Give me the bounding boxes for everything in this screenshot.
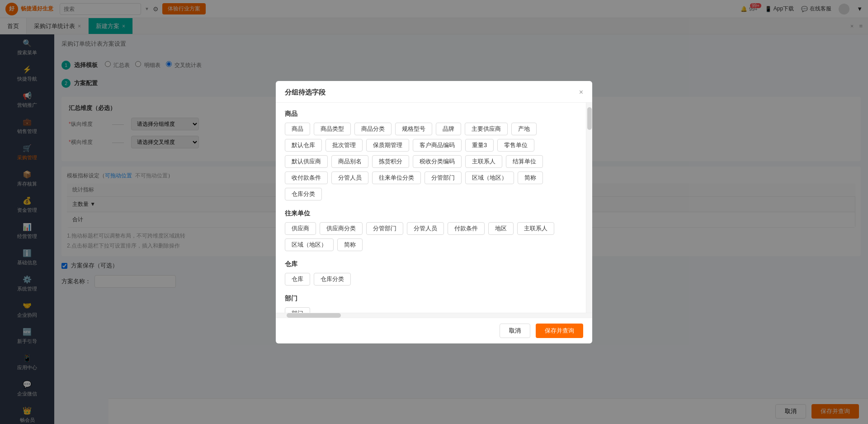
field-tag-1-0[interactable]: 供应商 (285, 222, 316, 235)
field-tag-0-4[interactable]: 品牌 (436, 123, 461, 135)
field-tag-3-0[interactable]: 部门 (285, 307, 310, 313)
modal-close-icon[interactable]: × (579, 88, 583, 96)
field-group-0: 商品商品商品类型商品分类规格型号品牌主要供应商产地默认仓库批次管理保质期管理客户… (285, 110, 577, 200)
modal-cancel-button[interactable]: 取消 (500, 324, 530, 338)
field-tag-2-0[interactable]: 仓库 (285, 273, 310, 286)
field-group-1: 往来单位供应商供应商分类分管部门分管人员付款条件地区主联系人区域（地区）简称 (285, 210, 577, 251)
field-tag-0-0[interactable]: 商品 (285, 123, 310, 135)
field-tags-2: 仓库仓库分类 (285, 273, 577, 286)
modal-confirm-button[interactable]: 保存并查询 (536, 324, 583, 338)
field-tag-0-13[interactable]: 默认供应商 (285, 155, 328, 168)
field-tag-0-24[interactable]: 简称 (518, 172, 543, 184)
field-tag-2-1[interactable]: 仓库分类 (314, 273, 351, 286)
field-tag-1-1[interactable]: 供应商分类 (320, 222, 363, 235)
field-group-title-0: 商品 (285, 110, 577, 118)
field-tag-0-5[interactable]: 主要供应商 (465, 123, 508, 135)
modal-footer: 取消 保存并查询 (276, 318, 592, 343)
field-tag-0-9[interactable]: 保质期管理 (366, 139, 409, 152)
scrollbar-thumb[interactable] (587, 107, 592, 130)
field-tags-3: 部门 (285, 307, 577, 313)
field-tags-1: 供应商供应商分类分管部门分管人员付款条件地区主联系人区域（地区）简称 (285, 222, 577, 251)
modal-title: 分组待选字段 (285, 88, 326, 97)
field-tag-1-2[interactable]: 分管部门 (366, 222, 403, 235)
field-tag-0-18[interactable]: 结算单位 (506, 155, 543, 168)
field-tag-0-6[interactable]: 产地 (511, 123, 537, 135)
field-group-title-1: 往来单位 (285, 210, 577, 218)
field-group-title-3: 部门 (285, 295, 577, 303)
modal-dialog: 分组待选字段 × 商品商品商品类型商品分类规格型号品牌主要供应商产地默认仓库批次… (276, 81, 592, 343)
field-tag-1-5[interactable]: 地区 (488, 222, 514, 235)
modal-body: 商品商品商品类型商品分类规格型号品牌主要供应商产地默认仓库批次管理保质期管理客户… (276, 103, 586, 313)
h-scrollbar-thumb (287, 313, 341, 318)
field-tag-1-4[interactable]: 付款条件 (448, 222, 485, 235)
field-tag-0-15[interactable]: 拣货积分 (372, 155, 409, 168)
field-tag-1-6[interactable]: 主联系人 (517, 222, 554, 235)
field-tag-0-10[interactable]: 客户商品编码 (413, 139, 462, 152)
field-tag-0-23[interactable]: 区域（地区） (465, 172, 514, 184)
field-tag-0-16[interactable]: 税收分类编码 (413, 155, 462, 168)
field-tags-0: 商品商品类型商品分类规格型号品牌主要供应商产地默认仓库批次管理保质期管理客户商品… (285, 123, 577, 200)
field-tag-0-20[interactable]: 分管人员 (331, 172, 368, 184)
field-group-2: 仓库仓库仓库分类 (285, 260, 577, 286)
field-tag-1-3[interactable]: 分管人员 (407, 222, 444, 235)
field-tag-0-22[interactable]: 分管部门 (425, 172, 462, 184)
field-tag-0-19[interactable]: 收付款条件 (285, 172, 328, 184)
field-tag-0-8[interactable]: 批次管理 (326, 139, 363, 152)
modal-header: 分组待选字段 × (276, 81, 592, 103)
horizontal-scrollbar[interactable] (276, 313, 592, 318)
field-group-title-2: 仓库 (285, 260, 577, 268)
field-group-3: 部门部门 (285, 295, 577, 313)
field-tag-0-3[interactable]: 规格型号 (395, 123, 432, 135)
field-tag-0-11[interactable]: 重量3 (465, 139, 494, 152)
field-tag-0-1[interactable]: 商品类型 (314, 123, 351, 135)
field-tag-0-17[interactable]: 主联系人 (465, 155, 502, 168)
field-tag-0-12[interactable]: 零售单位 (497, 139, 534, 152)
modal-overlay: 分组待选字段 × 商品商品商品类型商品分类规格型号品牌主要供应商产地默认仓库批次… (0, 0, 868, 424)
field-tag-0-14[interactable]: 商品别名 (331, 155, 368, 168)
field-tag-0-2[interactable]: 商品分类 (354, 123, 392, 135)
field-tag-1-8[interactable]: 简称 (337, 238, 363, 251)
modal-content-area: 商品商品商品类型商品分类规格型号品牌主要供应商产地默认仓库批次管理保质期管理客户… (276, 103, 592, 313)
field-tag-1-7[interactable]: 区域（地区） (285, 238, 334, 251)
field-tag-0-7[interactable]: 默认仓库 (285, 139, 322, 152)
field-tag-0-21[interactable]: 往来单位分类 (372, 172, 421, 184)
vertical-scrollbar[interactable] (586, 103, 592, 313)
field-tag-0-25[interactable]: 仓库分类 (285, 188, 322, 200)
